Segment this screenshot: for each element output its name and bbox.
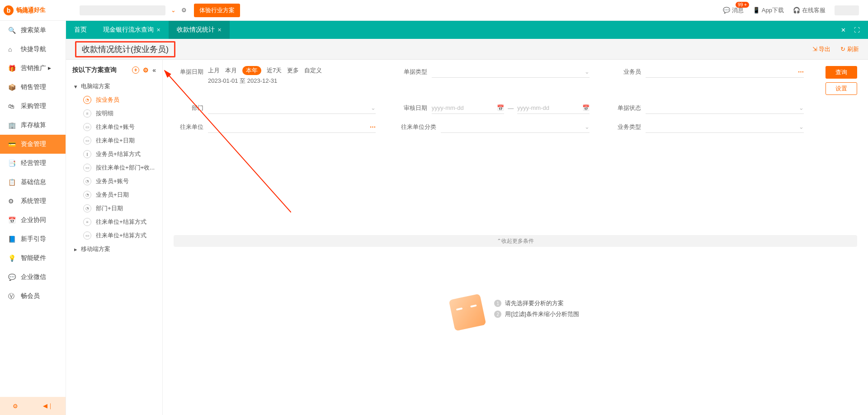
date-preset[interactable]: 本月 — [225, 66, 237, 75]
audit-date-to[interactable]: yyyy-mm-dd📅 — [517, 102, 590, 114]
date-range-display: 2023-01-01 至 2023-12-31 — [208, 77, 376, 85]
tabs-bar: 首页现金银行流水查询✕收款情况统计✕ ✕ ⛶ — [66, 21, 868, 39]
refresh-button[interactable]: ↻ 刷新 — [840, 45, 859, 53]
audit-date-from[interactable]: yyyy-mm-dd📅 — [432, 102, 504, 114]
sidebar-item[interactable]: 💳资金管理 — [0, 135, 66, 154]
filter-label-biztype: 业务类型 — [611, 121, 641, 131]
date-preset[interactable]: 上月 — [208, 66, 220, 75]
nav-icon: 📘 — [8, 236, 15, 243]
doc-type-select[interactable]: ⌄ — [432, 66, 590, 78]
gear-icon[interactable]: ⚙ — [181, 7, 187, 14]
nav-icon: 💬 — [8, 274, 15, 281]
clerk-select[interactable]: ⋯ — [646, 66, 804, 78]
scheme-item-label: 按往来单位+部门+收... — [96, 164, 155, 172]
sidebar-item[interactable]: ⚙系统管理 — [0, 192, 66, 211]
workspace-tab[interactable]: 收款情况统计✕ — [169, 21, 230, 39]
collapse-filters-bar[interactable]: ⌃ 收起更多条件 — [174, 235, 857, 247]
workspace-tab[interactable]: 首页 — [66, 21, 95, 39]
nav-icon: ⌂ — [8, 46, 15, 53]
nav-label: 销售管理 — [21, 83, 46, 91]
user-avatar[interactable] — [835, 5, 859, 15]
scheme-item[interactable]: ▭往来单位+日期 — [66, 134, 162, 147]
export-button[interactable]: ⇲ 导出 — [812, 45, 831, 53]
biztype-select[interactable]: ⌄ — [646, 121, 804, 133]
app-download-button[interactable]: 📱 App下载 — [753, 6, 784, 14]
sidebar-item[interactable]: 💡智能硬件 — [0, 249, 66, 268]
scheme-panel-header: 按以下方案查询 + ⚙ « — [66, 64, 162, 80]
sidebar-item[interactable]: ⌂快捷导航 — [0, 40, 66, 59]
nav-icon: 📑 — [8, 160, 15, 167]
nav-icon: 🎁 — [8, 65, 15, 72]
messages-button[interactable]: 💬 消息 99 + — [723, 6, 744, 14]
close-icon[interactable]: ✕ — [156, 27, 160, 33]
industry-plan-button[interactable]: 体验行业方案 — [194, 4, 240, 17]
scheme-item-label: 部门+日期 — [96, 204, 123, 212]
date-preset[interactable]: 本年 — [242, 66, 261, 75]
collapse-icon[interactable]: ◀｜ — [43, 402, 53, 410]
scheme-item-label: 业务员+日期 — [96, 191, 129, 199]
sidebar-item[interactable]: 🏢库存核算 — [0, 116, 66, 135]
scheme-item-label: 业务员+结算方式 — [96, 150, 141, 158]
filter-label-dept: 部门 — [174, 102, 203, 112]
workspace-tab[interactable]: 现金银行流水查询✕ — [95, 21, 169, 39]
scheme-item[interactable]: ≡按明细 — [66, 107, 162, 120]
expand-icon: ▸ — [74, 246, 77, 253]
scheme-item[interactable]: ▭往来单位+结算方式 — [66, 229, 162, 242]
support-button[interactable]: 🎧 在线客服 — [793, 6, 826, 14]
status-select[interactable]: ⌄ — [646, 102, 804, 114]
nav-label: 新手引导 — [21, 235, 46, 243]
nav-icon: 📅 — [8, 217, 15, 224]
org-selector[interactable]: ⌄ ⚙ — [80, 5, 187, 15]
sidebar-item[interactable]: 📋基础信息 — [0, 173, 66, 192]
fullscreen-icon[interactable]: ⛶ — [854, 27, 860, 33]
scheme-group-header[interactable]: ▾电脑端方案 — [66, 80, 162, 93]
sidebar-item[interactable]: 💬企业微信 — [0, 268, 66, 287]
filter-label-partner: 往来单位 — [174, 121, 203, 131]
sidebar-item[interactable]: 📘新手引导 — [0, 230, 66, 249]
nav-label: 企业协同 — [21, 216, 46, 224]
sidebar-item[interactable]: 🎁营销推广 ▸ — [0, 59, 66, 78]
date-preset[interactable]: 近7天 — [267, 66, 282, 75]
sidebar-item[interactable]: 📑经营管理 — [0, 154, 66, 173]
sidebar-item[interactable]: 📅企业协同 — [0, 211, 66, 230]
gear-icon[interactable]: ⚙ — [13, 403, 18, 410]
sidebar-item[interactable]: Ⓥ畅会员 — [0, 287, 66, 306]
main-content: 按以下方案查询 + ⚙ « ▾电脑端方案◔按业务员≡按明细▭往来单位+账号▭往来… — [66, 60, 868, 415]
sidebar-item[interactable]: 🔍搜索菜单 — [0, 21, 66, 40]
filter-label-clerk: 业务员 — [611, 66, 641, 76]
scheme-item[interactable]: ◔部门+日期 — [66, 202, 162, 215]
scheme-type-icon: ▭ — [83, 123, 91, 131]
partner-select[interactable]: ⋯ — [208, 121, 376, 133]
date-preset[interactable]: 自定义 — [304, 66, 322, 75]
scheme-item[interactable]: ≡往来单位+结算方式 — [66, 215, 162, 229]
date-preset[interactable]: 更多 — [287, 66, 299, 75]
scheme-item[interactable]: ▭按往来单位+部门+收... — [66, 161, 162, 174]
close-icon[interactable]: ✕ — [217, 27, 222, 33]
close-all-icon[interactable]: ✕ — [841, 27, 846, 33]
collapse-panel-icon[interactable]: « — [152, 66, 156, 74]
scheme-item[interactable]: ◔业务员+账号 — [66, 174, 162, 188]
scheme-item[interactable]: ▭往来单位+账号 — [66, 120, 162, 134]
settings-button[interactable]: 设置 — [826, 82, 857, 95]
sidebar-item[interactable]: 📦销售管理 — [0, 78, 66, 97]
add-scheme-icon[interactable]: + — [132, 66, 139, 74]
scheme-type-icon: ▭ — [83, 164, 91, 172]
scheme-item[interactable]: ⫿业务员+结算方式 — [66, 147, 162, 161]
sidebar-item[interactable]: 🛍采购管理 — [0, 97, 66, 116]
nav-label: 系统管理 — [21, 197, 46, 205]
dept-select[interactable]: ⌄ — [208, 102, 376, 114]
nav-label: 采购管理 — [21, 102, 46, 110]
empty-step-1: 请先选择要分析的方案 — [505, 299, 564, 307]
filter-label-partner-cat: 往来单位分类 — [397, 121, 436, 131]
nav-icon: 🏢 — [8, 122, 15, 129]
phone-icon: 📱 — [753, 7, 760, 14]
scheme-item[interactable]: ◔业务员+日期 — [66, 188, 162, 202]
scheme-group-header[interactable]: ▸移动端方案 — [66, 242, 162, 256]
page-title: 收款情况统计(按业务员) — [82, 45, 169, 54]
expand-icon: ▾ — [74, 83, 77, 90]
page-header: 收款情况统计(按业务员) ⇲ 导出 ↻ 刷新 — [66, 39, 868, 60]
scheme-settings-icon[interactable]: ⚙ — [143, 66, 149, 74]
partner-cat-select[interactable]: ⌄ — [441, 121, 590, 133]
scheme-item[interactable]: ◔按业务员 — [66, 93, 162, 107]
query-button[interactable]: 查询 — [826, 66, 857, 79]
